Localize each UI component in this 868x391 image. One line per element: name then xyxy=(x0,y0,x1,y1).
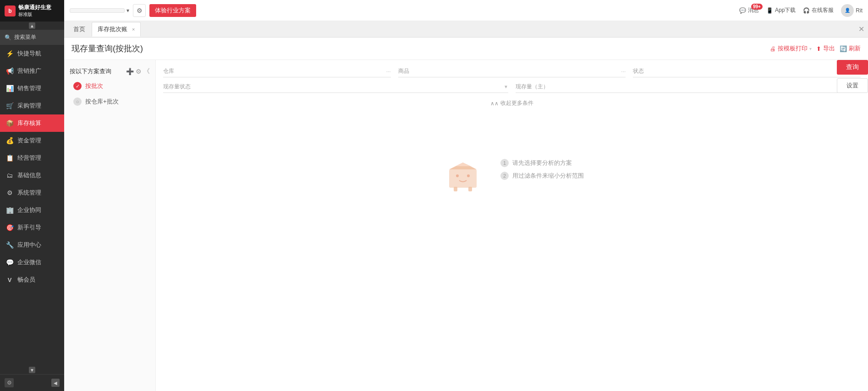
sidebar-item-system[interactable]: ⚙ 系统管理 xyxy=(0,184,64,201)
topbar-search-display[interactable] xyxy=(70,8,125,13)
sidebar-scroll-up[interactable]: ▲ xyxy=(29,22,35,29)
sidebar-item-label: 资金管理 xyxy=(17,136,41,145)
filter-section: 仓库 ··· 商品 ··· xyxy=(163,67,861,110)
sidebar-item-enterprise[interactable]: 🏢 企业协同 xyxy=(0,201,64,219)
filter-row2: 现存量状态 ▼ 现存量（主） — xyxy=(163,83,861,93)
online-service-btn[interactable]: 🎧 在线客服 xyxy=(803,6,834,14)
settings-btn[interactable]: 设置 xyxy=(837,78,868,93)
sidebar-item-inventory[interactable]: 📦 库存核算 xyxy=(0,114,64,132)
search-menu-btn[interactable]: 🔍 搜索菜单 xyxy=(0,30,64,45)
filter-status: 状态 ▼ xyxy=(633,67,861,77)
print-icon: 🖨 xyxy=(770,45,776,52)
add-scheme-btn[interactable]: ➕ xyxy=(126,68,134,75)
tab-home[interactable]: 首页 xyxy=(68,22,91,37)
print-btn[interactable]: 🖨 按模板打印 ▾ xyxy=(770,44,812,53)
by-warehouse-batch-label: 按仓库+批次 xyxy=(85,98,119,106)
sidebar-collapse-btn[interactable]: ◀ xyxy=(51,379,60,387)
topbar: ▾ ⚙ 体验行业方案 💬 消息 99+ 📱 App下载 🎧 在线客服 👤 Rit xyxy=(64,0,868,21)
online-service-label: 在线客服 xyxy=(812,6,834,14)
sidebar-nav: ⚡ 快捷导航 📢 营销推广 📊 销售管理 🛒 采购管理 📦 库存核算 💰 资金管… xyxy=(0,45,64,366)
by-warehouse-batch-icon: ○ xyxy=(73,98,82,106)
refresh-icon: 🔄 xyxy=(840,45,847,52)
by-batch-icon: ✓ xyxy=(73,82,82,90)
empty-illustration xyxy=(440,147,486,192)
messages-badge: 99+ xyxy=(751,4,763,10)
sidebar-item-label: 系统管理 xyxy=(17,189,41,197)
chevron-up-icon: ∧∧ xyxy=(490,100,499,107)
left-panel: 按以下方案查询 ➕ ⚙ 《 ✓ 按批次 ○ 按仓库+批次 xyxy=(64,60,156,391)
tab-close-btn[interactable]: × xyxy=(132,27,135,32)
quick-nav-icon: ⚡ xyxy=(5,49,14,58)
warehouse-more-btn[interactable]: ··· xyxy=(386,68,391,75)
collapse-more-btn[interactable]: ∧∧ 收起更多条件 xyxy=(163,97,861,110)
wechat-icon: 💬 xyxy=(5,258,14,266)
sidebar-item-basic-info[interactable]: 🗂 基础信息 xyxy=(0,167,64,184)
operations-icon: 📋 xyxy=(5,154,14,162)
tab-close-all-btn[interactable]: ✕ xyxy=(858,25,864,33)
print-dropdown-icon[interactable]: ▾ xyxy=(809,46,812,51)
refresh-btn[interactable]: 🔄 刷新 xyxy=(840,44,861,53)
collapse-panel-btn[interactable]: 《 xyxy=(143,67,150,76)
settings-scheme-btn[interactable]: ⚙ xyxy=(136,68,142,75)
sidebar-item-label: 营销推广 xyxy=(17,67,41,75)
sales-icon: 📊 xyxy=(5,84,14,92)
warehouse-input[interactable] xyxy=(178,68,383,75)
sidebar-item-label: 基础信息 xyxy=(17,171,41,179)
phone-icon: 📱 xyxy=(766,7,773,14)
status-select[interactable]: 状态 ▼ xyxy=(633,67,861,77)
sidebar-item-guide[interactable]: 🎯 新手引导 xyxy=(0,219,64,236)
app-version: 标准版 xyxy=(18,11,51,18)
topbar-settings-btn[interactable]: ⚙ xyxy=(133,4,146,17)
empty-state: 1 请先选择要分析的方案 2 用过滤条件来缩小分析范围 xyxy=(163,110,861,229)
by-batch-label: 按批次 xyxy=(85,82,103,90)
app-download-btn[interactable]: 📱 App下载 xyxy=(766,6,796,14)
guide-icon: 🎯 xyxy=(5,223,14,232)
sidebar-scroll-down[interactable]: ▼ xyxy=(29,367,35,373)
enterprise-icon: 🏢 xyxy=(5,206,14,214)
inventory-status-select[interactable]: 现存量状态 ▼ xyxy=(163,83,508,93)
refresh-label: 刷新 xyxy=(849,44,861,53)
product-label: 商品 xyxy=(398,67,409,75)
sidebar-item-membership[interactable]: V 畅会员 xyxy=(0,271,64,288)
inventory-status-input[interactable] xyxy=(191,83,504,90)
panel-item-by-warehouse-batch[interactable]: ○ 按仓库+批次 xyxy=(66,94,154,109)
warehouse-label: 仓库 xyxy=(163,67,174,75)
product-input[interactable] xyxy=(413,68,618,75)
step-1-text: 请先选择要分析的方案 xyxy=(512,159,572,167)
sidebar-item-marketing[interactable]: 📢 营销推广 xyxy=(0,62,64,80)
topbar-dropdown-btn[interactable]: ▾ xyxy=(126,7,129,14)
search-menu-label: 搜索菜单 xyxy=(14,33,36,41)
messages-btn[interactable]: 💬 消息 99+ xyxy=(739,6,759,14)
page-actions: 🖨 按模板打印 ▾ ⬆ 导出 🔄 刷新 xyxy=(770,44,861,53)
step-num-2: 2 xyxy=(500,172,509,180)
query-btn[interactable]: 查询 xyxy=(837,60,868,75)
user-profile-btn[interactable]: 👤 Rit xyxy=(841,4,863,17)
topbar-search-area: ▾ xyxy=(70,7,129,14)
filter-inventory-status: 现存量状态 ▼ xyxy=(163,83,508,93)
sidebar-item-operations[interactable]: 📋 经营管理 xyxy=(0,149,64,167)
collapse-label: 收起更多条件 xyxy=(500,99,533,107)
sidebar-item-wechat[interactable]: 💬 企业微信 xyxy=(0,254,64,271)
trial-btn[interactable]: 体验行业方案 xyxy=(149,4,196,17)
tabs-right: ✕ xyxy=(858,25,864,33)
export-btn[interactable]: ⬆ 导出 xyxy=(816,44,835,53)
product-more-btn[interactable]: ··· xyxy=(621,68,626,75)
sidebar-item-label: 企业微信 xyxy=(17,258,41,266)
status-input[interactable] xyxy=(644,68,856,75)
sidebar-item-quick-nav[interactable]: ⚡ 快捷导航 xyxy=(0,45,64,62)
svg-rect-0 xyxy=(449,169,477,188)
sidebar-item-purchase[interactable]: 🛒 采购管理 xyxy=(0,97,64,114)
filter-inventory-qty: 现存量（主） — xyxy=(516,83,861,93)
sidebar-item-finance[interactable]: 💰 资金管理 xyxy=(0,132,64,149)
app-name: 畅康通好生意 xyxy=(18,4,51,11)
panel-item-by-batch[interactable]: ✓ 按批次 xyxy=(66,78,154,94)
sidebar-item-label: 畅会员 xyxy=(17,276,35,284)
sidebar-item-sales[interactable]: 📊 销售管理 xyxy=(0,80,64,97)
active-tab-label: 库存批次账 xyxy=(98,25,127,33)
sidebar-item-app-center[interactable]: 🔧 应用中心 xyxy=(0,236,64,254)
message-icon: 💬 xyxy=(739,7,746,14)
membership-icon: V xyxy=(5,276,14,284)
settings-icon-btn[interactable]: ⚙ xyxy=(5,378,14,387)
svg-point-3 xyxy=(456,174,459,177)
tab-inventory-batch[interactable]: 库存批次账 × xyxy=(92,22,141,37)
